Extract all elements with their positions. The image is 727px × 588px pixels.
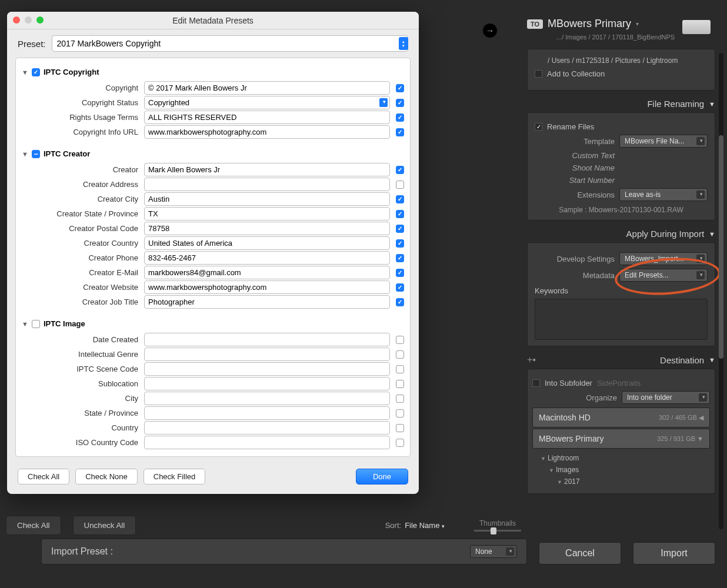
field-checkbox[interactable] [396,254,404,262]
group-title: IPTC Creator [44,149,90,158]
field-label: Country [22,423,144,432]
keywords-input[interactable] [535,299,708,340]
maximize-icon[interactable] [36,16,44,24]
scene-code-input[interactable] [144,362,390,376]
field-label: Creator State / Province [22,209,144,218]
image-city-input[interactable] [144,392,390,405]
scrollbar[interactable] [719,53,723,529]
field-checkbox[interactable] [396,439,404,447]
disk-row[interactable]: Macintosh HD 302 / 465 GB ◀ [532,407,710,427]
destination-drive-name[interactable]: MBowers Primary [548,18,631,30]
creator-phone-input[interactable] [144,251,390,265]
group-checkbox[interactable] [32,68,40,76]
creator-email-input[interactable] [144,266,390,279]
into-subfolder-check[interactable] [532,379,540,387]
subfolder-name: SidePortraits [597,379,641,387]
field-checkbox[interactable] [396,239,404,248]
develop-settings-select[interactable]: MBowers_Import... [619,252,708,265]
rename-files-check[interactable] [535,123,542,131]
destination-header[interactable]: +▪ Destination▼ [527,351,715,369]
field-checkbox[interactable] [396,166,404,174]
second-copy-path: / Users / m1725318 / Pictures / Lightroo… [548,56,708,65]
field-checkbox[interactable] [396,113,404,122]
field-checkbox[interactable] [396,99,404,107]
template-select[interactable]: MBowers File Na... [619,135,708,148]
image-country-input[interactable] [144,421,390,435]
intellectual-genre-input[interactable] [144,348,390,361]
add-to-collection-label: Add to Collection [547,69,605,78]
sublocation-input[interactable] [144,377,390,390]
check-none-button[interactable]: Check None [75,469,138,485]
check-all-button[interactable]: Check All [18,469,69,485]
field-checkbox[interactable] [396,409,404,417]
check-all-button[interactable]: Check All [6,516,61,535]
field-checkbox[interactable] [396,210,404,218]
uncheck-all-button[interactable]: Uncheck All [73,516,136,535]
folder-tree-item[interactable]: ▼Images [541,464,710,476]
copyright-url-input[interactable] [144,125,390,139]
field-checkbox[interactable] [396,380,404,388]
group-title: IPTC Image [44,319,85,328]
metadata-select[interactable]: Edit Presets... [619,269,708,282]
cancel-button[interactable]: Cancel [539,542,621,564]
creator-state-input[interactable] [144,207,390,220]
group-checkbox[interactable] [32,320,40,328]
field-checkbox[interactable] [396,424,404,432]
field-label: Creator E-Mail [22,268,144,277]
destination-path: .../ Images / 2017 / 170118_BigBendNPS [556,34,715,41]
file-renaming-header[interactable]: File Renaming▼ [527,95,715,112]
sort-value[interactable]: File Name ▾ [405,521,445,530]
field-checkbox[interactable] [396,181,404,189]
field-checkbox[interactable] [396,195,404,203]
folder-tree-item[interactable]: ▼Lightroom [541,452,710,464]
disclosure-triangle-icon[interactable]: ▼ [22,69,28,76]
apply-during-import-header[interactable]: Apply During Import▼ [527,225,715,242]
field-checkbox[interactable] [396,225,404,233]
image-state-input[interactable] [144,406,390,420]
creator-postal-input[interactable] [144,222,390,235]
iso-country-code-input[interactable] [144,436,390,449]
check-filled-button[interactable]: Check Filled [144,469,206,485]
rename-files-label: Rename Files [547,122,594,131]
field-checkbox[interactable] [396,365,404,373]
done-button[interactable]: Done [356,469,408,485]
import-preset-label: Import Preset : [51,546,113,557]
copyright-status-select[interactable]: Copyrighted [144,96,390,109]
creator-website-input[interactable] [144,280,390,294]
import-button[interactable]: Import [633,542,715,564]
extensions-select[interactable]: Leave as-is [619,188,708,201]
field-checkbox[interactable] [396,84,404,92]
sort-label: Sort: [385,521,401,530]
creator-input[interactable] [144,163,390,176]
field-checkbox[interactable] [396,283,404,292]
close-icon[interactable] [13,16,20,24]
preset-select[interactable]: 2017 MarkBowers Copyright [52,35,408,52]
group-checkbox[interactable] [32,150,40,158]
field-checkbox[interactable] [396,336,404,344]
field-checkbox[interactable] [396,395,404,403]
organize-select[interactable]: Into one folder [622,391,710,404]
creator-address-input[interactable] [144,178,390,191]
creator-city-input[interactable] [144,192,390,206]
disclosure-triangle-icon[interactable]: ▼ [22,320,28,328]
creator-jobtitle-input[interactable] [144,295,390,309]
copyright-input[interactable] [144,81,390,95]
disclosure-triangle-icon[interactable]: ▼ [22,151,28,158]
thumbnail-size-slider[interactable] [474,530,521,532]
import-preset-select[interactable]: None [470,545,517,558]
extensions-label: Extensions [556,191,615,199]
folder-tree-item[interactable]: ▼2017 [541,476,710,487]
rights-usage-input[interactable] [144,111,390,124]
field-checkbox[interactable] [396,298,404,306]
field-label: Creator City [22,195,144,203]
creator-country-input[interactable] [144,236,390,250]
field-checkbox[interactable] [396,350,404,359]
chevron-updown-icon[interactable] [399,37,408,50]
date-created-input[interactable] [144,333,390,346]
field-checkbox[interactable] [396,269,404,277]
field-label: Creator Phone [22,253,144,262]
field-checkbox[interactable] [396,128,404,136]
start-number-label: Start Number [556,176,615,185]
disk-row[interactable]: MBowers Primary 325 / 931 GB ▼ [532,429,710,449]
add-to-collection-check[interactable] [535,70,542,78]
